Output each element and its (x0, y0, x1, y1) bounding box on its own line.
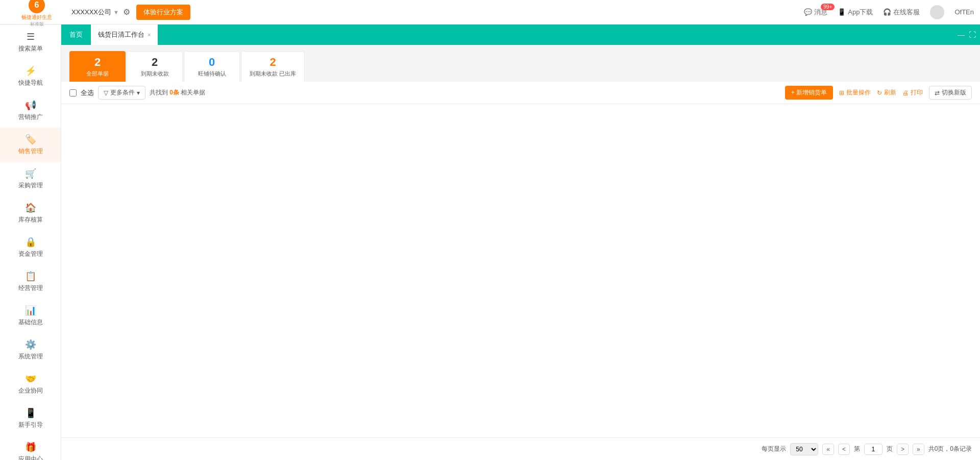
experience-button[interactable]: 体验行业方案 (136, 5, 190, 20)
sidebar-label-app-center: 应用中心 (18, 455, 43, 460)
company-name: XXXXXX公司 (71, 8, 111, 17)
app-download-button[interactable]: 📱 App下载 (838, 8, 873, 17)
content-area: 2 全部单据 2 到期未收款 0 旺铺待确认 2 到期未收款 已出库 (61, 45, 980, 460)
batch-icon: ⊞ (839, 89, 844, 96)
batch-label: 批量操作 (846, 88, 871, 97)
sidebar-label-quick-nav: 快捷导航 (18, 79, 43, 87)
message-badge: 99+ (821, 4, 835, 10)
tab-bar: 首页 钱货日清工作台 × — ⛶ (61, 25, 980, 45)
filter-button[interactable]: ▽ 更多条件 ▾ (98, 86, 145, 100)
add-sales-order-button[interactable]: + 新增销货单 (785, 86, 833, 100)
sidebar-item-purchase[interactable]: 🛒 采购管理 (0, 162, 61, 196)
sidebar-item-operations[interactable]: 📋 经营管理 (0, 264, 61, 299)
guide-icon: 📱 (25, 407, 36, 419)
sidebar-item-quick-nav[interactable]: ⚡ 快捷导航 (0, 59, 61, 93)
stat-tab-due-unpaid[interactable]: 2 到期未收款 (127, 51, 183, 82)
tab-expand-icon[interactable]: ⛶ (969, 31, 976, 39)
marketing-icon: 📢 (25, 100, 36, 111)
tab-close-icon[interactable]: × (148, 32, 151, 38)
logo-name: 畅捷通好生意 (21, 14, 52, 21)
sidebar-label-inventory: 库存核算 (18, 215, 43, 224)
layout: ☰ 搜索菜单 ⚡ 快捷导航 📢 营销推广 🏷️ 销售管理 🛒 采购管理 🏠 库存… (0, 25, 980, 460)
company-selector[interactable]: XXXXXX公司 ▼ (71, 8, 119, 17)
sidebar-label-operations: 经营管理 (18, 284, 43, 293)
sidebar-label-cooperation: 企业协同 (18, 386, 43, 395)
tab-minimize-icon[interactable]: — (958, 31, 965, 39)
base-info-icon: 📊 (25, 305, 36, 316)
prev-page-button[interactable]: < (838, 444, 850, 455)
finance-icon: 🔒 (25, 236, 36, 248)
page-size-select[interactable]: 50 100 200 (790, 443, 818, 455)
top-bar-right: 💬 消息 99+ 📱 App下载 🎧 在线客服 OfTEn (804, 5, 974, 19)
switch-version-button[interactable]: ⇄ 切换新版 (929, 86, 972, 100)
select-all-checkbox[interactable] (69, 89, 77, 96)
next-page-button[interactable]: > (897, 444, 909, 455)
stat-label-due-unpaid: 到期未收款 (141, 70, 169, 78)
inventory-icon: 🏠 (25, 202, 36, 213)
switch-label: 切换新版 (942, 88, 966, 97)
sidebar-item-app-center[interactable]: 🎁 应用中心 (0, 435, 61, 460)
stat-tab-due-unout[interactable]: 2 到期未收款 已出库 (241, 51, 305, 82)
sidebar-item-guide[interactable]: 📱 新手引导 (0, 401, 61, 435)
app-center-icon: 🎁 (25, 442, 36, 453)
service-label: 在线客服 (893, 8, 920, 17)
sidebar-item-inventory[interactable]: 🏠 库存核算 (0, 196, 61, 230)
stat-num-due-unout: 2 (270, 56, 276, 69)
select-all-label: 全选 (81, 88, 94, 98)
service-icon: 🎧 (883, 8, 891, 16)
print-label: 打印 (911, 88, 923, 97)
sidebar: ☰ 搜索菜单 ⚡ 快捷导航 📢 营销推广 🏷️ 销售管理 🛒 采购管理 🏠 库存… (0, 25, 61, 460)
online-service-button[interactable]: 🎧 在线客服 (883, 8, 920, 17)
sidebar-item-base-info[interactable]: 📊 基础信息 (0, 299, 61, 333)
logo-icon: 6 (29, 0, 45, 13)
stat-label-pending: 旺铺待确认 (198, 70, 226, 78)
sidebar-label-search-menu: 搜索菜单 (18, 44, 43, 53)
refresh-button[interactable]: ↻ 刷新 (877, 88, 896, 97)
table-area (61, 104, 980, 438)
tab-active-label: 钱货日清工作台 (98, 30, 144, 39)
found-count: 0条 (169, 89, 179, 96)
sidebar-item-cooperation[interactable]: 🤝 企业协同 (0, 367, 61, 401)
refresh-label: 刷新 (884, 88, 896, 97)
sidebar-item-search-menu[interactable]: ☰ 搜索菜单 (0, 25, 61, 59)
logo: 6 畅捷通好生意 标准版 (6, 0, 67, 28)
avatar[interactable] (930, 5, 944, 19)
first-page-button[interactable]: « (822, 444, 834, 455)
pagination-bar: 每页显示 50 100 200 « < 第 页 > » 共0页，0条记录 (61, 438, 980, 460)
toolbar-right: + 新增销货单 ⊞ 批量操作 ↻ 刷新 🖨 打印 ⇄ (785, 86, 972, 100)
system-icon: ⚙️ (25, 339, 36, 350)
stat-tab-all[interactable]: 2 全部单据 (69, 51, 126, 82)
stats-tabs: 2 全部单据 2 到期未收款 0 旺铺待确认 2 到期未收款 已出库 (61, 45, 980, 82)
sidebar-label-system: 系统管理 (18, 352, 43, 361)
top-bar: 6 畅捷通好生意 标准版 XXXXXX公司 ▼ ⚙ 体验行业方案 💬 消息 99… (0, 0, 980, 25)
sidebar-item-sales[interactable]: 🏷️ 销售管理 (0, 128, 61, 162)
print-button[interactable]: 🖨 打印 (902, 88, 923, 97)
tab-home[interactable]: 首页 (61, 25, 91, 45)
sidebar-item-system[interactable]: ⚙️ 系统管理 (0, 333, 61, 367)
sidebar-label-base-info: 基础信息 (18, 318, 43, 327)
username[interactable]: OfTEn (954, 8, 974, 16)
settings-icon[interactable]: ⚙ (123, 7, 130, 17)
switch-icon: ⇄ (935, 89, 940, 96)
sidebar-label-sales: 销售管理 (18, 147, 43, 156)
page-label: 页 (887, 445, 893, 453)
sidebar-label-marketing: 营销推广 (18, 113, 43, 122)
sidebar-label-purchase: 采购管理 (18, 181, 43, 190)
stat-tab-pending[interactable]: 0 旺铺待确认 (184, 51, 240, 82)
stat-num-pending: 0 (209, 56, 215, 69)
operations-icon: 📋 (25, 271, 36, 282)
sidebar-item-finance[interactable]: 🔒 资金管理 (0, 230, 61, 264)
sidebar-item-marketing[interactable]: 📢 营销推广 (0, 93, 61, 128)
stat-label-all: 全部单据 (86, 70, 109, 78)
batch-operation-button[interactable]: ⊞ 批量操作 (839, 88, 871, 97)
total-records: 共0页，0条记录 (928, 445, 972, 453)
main-content: 首页 钱货日清工作台 × — ⛶ 2 全部单据 2 到期未收款 (61, 25, 980, 460)
stat-num-all: 2 (94, 56, 101, 69)
toolbar: 全选 ▽ 更多条件 ▾ 共找到 0条 相关单据 + 新增销货单 ⊞ 批量操作 (61, 82, 980, 104)
tab-active[interactable]: 钱货日清工作台 × (91, 25, 158, 45)
message-button[interactable]: 💬 消息 99+ (804, 8, 827, 17)
tab-bar-actions: — ⛶ (958, 31, 980, 39)
page-number-input[interactable] (864, 444, 883, 455)
last-page-button[interactable]: » (913, 444, 924, 455)
filter-icon: ▽ (104, 89, 108, 96)
